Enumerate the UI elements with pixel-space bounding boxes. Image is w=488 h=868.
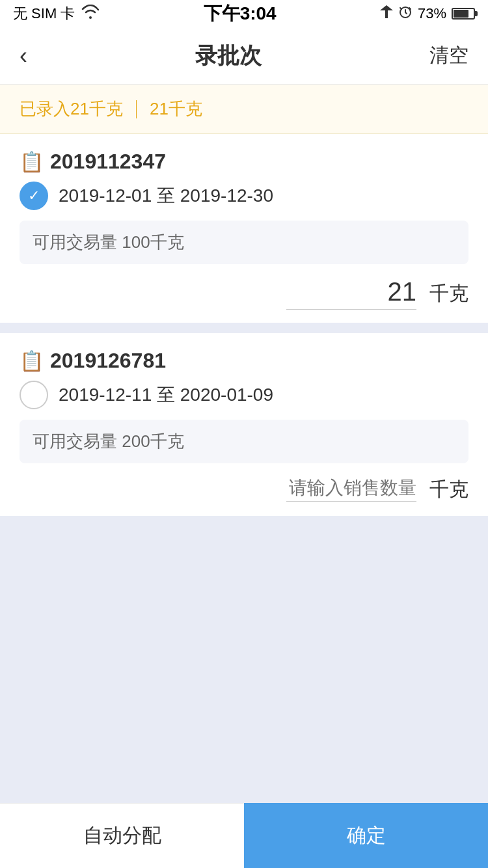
nav-bar: ‹ 录批次 清空 [0,27,488,85]
batch-2-header: 📋 2019126781 [20,349,468,373]
status-time: 下午3:04 [204,1,277,26]
batch-2-id: 2019126781 [50,349,166,373]
batch-2-unit: 千克 [429,476,468,503]
page-title: 录批次 [195,41,262,71]
check-icon: ✓ [28,187,40,204]
batch-2-input-row[interactable]: 千克 [0,463,488,516]
batch-2-qty-text: 可用交易量 200千克 [33,431,184,451]
batch-1-radio[interactable]: ✓ [20,182,48,210]
info-banner: 已录入21千克 21千克 [0,85,488,134]
batch-1-quantity: 可用交易量 100千克 [20,221,468,264]
batch-2-quantity: 可用交易量 200千克 [20,420,468,463]
status-left: 无 SIM 卡 [13,4,100,23]
status-right: 73% [380,5,475,23]
battery-icon [452,8,475,20]
batch-2-input-underline [286,501,416,502]
batch-2-date: 2019-12-11 至 2020-01-09 [59,383,273,407]
recorded-value: 21千克 [150,98,202,120]
batch-1-header: 📋 2019112347 [20,150,468,174]
wifi-icon [81,5,100,23]
batch-1-qty-text: 可用交易量 100千克 [33,232,184,252]
clear-button[interactable]: 清空 [429,42,468,69]
batch-1-amount: 21 [388,277,417,306]
status-bar: 无 SIM 卡 下午3:04 73% [0,0,488,27]
batch-2-input-wrapper[interactable] [234,478,416,502]
batch-1-id: 2019112347 [50,150,166,174]
batch-item-2[interactable]: 📋 2019126781 2019-12-11 至 2020-01-09 可用交… [0,333,488,516]
bottom-bar: 自动分配 确定 [0,803,488,868]
batch-1-row[interactable]: ✓ 2019-12-01 至 2019-12-30 [20,182,468,210]
auto-distribute-button[interactable]: 自动分配 [0,803,244,868]
section-separator-1 [0,323,488,333]
confirm-button[interactable]: 确定 [244,803,488,868]
empty-area [0,516,488,841]
batch-2-radio[interactable] [20,381,48,409]
back-button[interactable]: ‹ [20,42,27,70]
batch-1-amount-row: 21 千克 [0,264,488,323]
batch-2-icon: 📋 [20,349,44,372]
batch-item-1[interactable]: 📋 2019112347 ✓ 2019-12-01 至 2019-12-30 可… [0,134,488,323]
battery-percent: 73% [418,5,446,22]
batch-1-date: 2019-12-01 至 2019-12-30 [59,183,273,208]
batch-1-amount-wrapper: 21 [286,277,416,310]
location-icon [380,5,393,22]
no-sim-label: 无 SIM 卡 [13,4,75,23]
batch-2-row[interactable]: 2019-12-11 至 2020-01-09 [20,381,468,409]
alarm-icon [398,5,413,23]
batch-1-amount-line [286,309,416,310]
recorded-label: 已录入21千克 [20,98,123,120]
info-divider [136,100,137,118]
batch-2-quantity-input[interactable] [234,478,416,498]
batch-1-icon: 📋 [20,150,44,173]
batch-1-unit: 千克 [429,280,468,307]
